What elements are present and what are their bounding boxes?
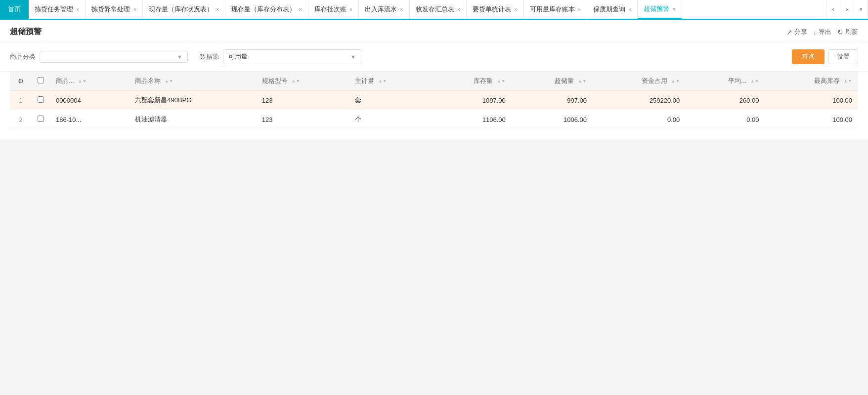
tab-4[interactable]: 现存量（库存分布表） × bbox=[225, 0, 308, 19]
nav-home[interactable]: 首页 bbox=[0, 0, 29, 19]
th-checkbox bbox=[32, 72, 50, 91]
table-row: 2 186-10... 机油滤清器 123 个 1106.00 1006.00 … bbox=[10, 110, 858, 129]
row-avg: 260.00 bbox=[686, 91, 765, 110]
nav-arrows: ‹ › × bbox=[826, 0, 868, 19]
select-all-checkbox[interactable] bbox=[38, 77, 44, 83]
sort-icon-capital: ▲▼ bbox=[671, 79, 680, 83]
row-name: 机油滤清器 bbox=[129, 110, 256, 129]
filter-category: 商品分类 ▼ bbox=[10, 51, 188, 63]
row-num: 2 bbox=[10, 110, 32, 129]
table-row: 1 0000004 六配套新昌490BPG 123 套 1097.00 997.… bbox=[10, 91, 858, 110]
row-checkbox-1[interactable] bbox=[38, 116, 44, 122]
tab-5[interactable]: 库存批次账 × bbox=[308, 0, 359, 19]
tab-7-close[interactable]: × bbox=[457, 6, 460, 12]
data-table: ⚙ 商品... ▲▼ 商品名称 ▲▼ 规格型号 ▲▼ bbox=[10, 72, 858, 129]
sort-icon-max: ▲▼ bbox=[843, 79, 852, 83]
sort-icon-avg: ▲▼ bbox=[750, 79, 759, 83]
tab-8[interactable]: 要货单统计表 × bbox=[467, 0, 523, 19]
row-avg: 0.00 bbox=[686, 110, 765, 129]
th-code[interactable]: 商品... ▲▼ bbox=[50, 72, 129, 91]
settings-button[interactable]: 设置 bbox=[828, 49, 858, 64]
row-overflow: 997.00 bbox=[512, 91, 593, 110]
page-container: 超储预警 ↗ 分享 ↓ 导出 ↻ 刷新 商品分类 ▼ 数据源 bbox=[0, 20, 868, 139]
sort-icon-unit: ▲▼ bbox=[378, 79, 387, 83]
row-overflow: 1006.00 bbox=[512, 110, 593, 129]
refresh-button[interactable]: ↻ 刷新 bbox=[837, 28, 858, 37]
page-title: 超储预警 bbox=[10, 27, 42, 37]
row-spec: 123 bbox=[256, 110, 349, 129]
row-unit: 套 bbox=[349, 91, 430, 110]
row-capital: 0.00 bbox=[593, 110, 686, 129]
share-icon: ↗ bbox=[786, 28, 792, 36]
th-spec[interactable]: 规格型号 ▲▼ bbox=[256, 72, 349, 91]
nav-arrow-left[interactable]: ‹ bbox=[826, 0, 840, 19]
row-code: 186-10... bbox=[50, 110, 129, 129]
settings-icon[interactable]: ⚙ bbox=[18, 77, 24, 85]
row-stock: 1106.00 bbox=[430, 110, 511, 129]
tab-10[interactable]: 保质期查询 × bbox=[587, 0, 638, 19]
row-max: 100.00 bbox=[765, 110, 858, 129]
tab-10-close[interactable]: × bbox=[628, 6, 631, 12]
tab-4-close[interactable]: × bbox=[299, 6, 302, 12]
tab-8-close[interactable]: × bbox=[514, 6, 517, 12]
tab-2[interactable]: 拣货异常处理 × bbox=[86, 0, 142, 19]
sort-icon-code: ▲▼ bbox=[78, 79, 87, 83]
th-settings: ⚙ bbox=[10, 72, 32, 91]
sort-icon-stock: ▲▼ bbox=[497, 79, 506, 83]
sort-icon-spec: ▲▼ bbox=[291, 79, 300, 83]
tab-11-close[interactable]: × bbox=[672, 6, 675, 12]
filter-area: 商品分类 ▼ 数据源 可用量 ▼ 查询 设置 bbox=[0, 42, 868, 72]
row-checkbox-0[interactable] bbox=[38, 96, 44, 103]
row-capital: 259220.00 bbox=[593, 91, 686, 110]
row-name: 六配套新昌490BPG bbox=[129, 91, 256, 110]
page-header: 超储预警 ↗ 分享 ↓ 导出 ↻ 刷新 bbox=[0, 20, 868, 42]
tab-9[interactable]: 可用量库存账本 × bbox=[524, 0, 587, 19]
datasource-select-value: 可用量 bbox=[228, 52, 248, 61]
refresh-icon: ↻ bbox=[837, 28, 843, 36]
tab-5-close[interactable]: × bbox=[349, 6, 352, 12]
tab-6-close[interactable]: × bbox=[400, 6, 403, 12]
top-navigation: 首页 拣货任务管理 × 拣货异常处理 × 现存量（库存状况表） × 现存量（库存… bbox=[0, 0, 868, 20]
th-overflow[interactable]: 超储量 ▲▼ bbox=[512, 72, 593, 91]
tab-1[interactable]: 拣货任务管理 × bbox=[29, 0, 86, 19]
table-header-row: ⚙ 商品... ▲▼ 商品名称 ▲▼ 规格型号 ▲▼ bbox=[10, 72, 858, 91]
row-checkbox-cell bbox=[32, 110, 50, 129]
export-icon: ↓ bbox=[813, 28, 817, 36]
th-unit[interactable]: 主计量 ▲▼ bbox=[349, 72, 430, 91]
tab-1-close[interactable]: × bbox=[76, 6, 79, 12]
tab-3-close[interactable]: × bbox=[216, 6, 219, 12]
query-button[interactable]: 查询 bbox=[792, 49, 825, 64]
th-capital[interactable]: 资金占用 ▲▼ bbox=[593, 72, 686, 91]
row-spec: 123 bbox=[256, 91, 349, 110]
row-stock: 1097.00 bbox=[430, 91, 511, 110]
datasource-select[interactable]: 可用量 ▼ bbox=[223, 49, 361, 64]
datasource-label: 数据源 bbox=[200, 52, 219, 61]
tab-3[interactable]: 现存量（库存状况表） × bbox=[143, 0, 225, 19]
th-avg[interactable]: 平均... ▲▼ bbox=[686, 72, 765, 91]
row-num: 1 bbox=[10, 91, 32, 110]
tab-2-close[interactable]: × bbox=[133, 6, 136, 12]
filter-buttons: 查询 设置 bbox=[792, 49, 858, 64]
header-actions: ↗ 分享 ↓ 导出 ↻ 刷新 bbox=[786, 28, 858, 37]
chevron-down-icon-2: ▼ bbox=[350, 54, 356, 60]
filter-datasource: 数据源 可用量 ▼ bbox=[200, 49, 361, 64]
share-button[interactable]: ↗ 分享 bbox=[786, 28, 807, 37]
tab-9-close[interactable]: × bbox=[578, 6, 581, 12]
tab-11[interactable]: 超储预警 × bbox=[638, 0, 682, 19]
table-container: ⚙ 商品... ▲▼ 商品名称 ▲▼ 规格型号 ▲▼ bbox=[0, 72, 868, 139]
th-max[interactable]: 最高库存 ▲▼ bbox=[765, 72, 858, 91]
th-stock[interactable]: 库存量 ▲▼ bbox=[430, 72, 511, 91]
row-code: 0000004 bbox=[50, 91, 129, 110]
row-checkbox-cell bbox=[32, 91, 50, 110]
row-max: 100.00 bbox=[765, 91, 858, 110]
sort-icon-name: ▲▼ bbox=[165, 79, 174, 83]
row-unit: 个 bbox=[349, 110, 430, 129]
tab-7[interactable]: 收发存汇总表 × bbox=[410, 0, 467, 19]
category-label: 商品分类 bbox=[10, 52, 36, 61]
th-name[interactable]: 商品名称 ▲▼ bbox=[129, 72, 256, 91]
category-select[interactable]: ▼ bbox=[40, 51, 188, 63]
export-button[interactable]: ↓ 导出 bbox=[813, 28, 831, 37]
nav-arrow-right[interactable]: › bbox=[840, 0, 854, 19]
tab-6[interactable]: 出入库流水 × bbox=[359, 0, 409, 19]
nav-arrow-close[interactable]: × bbox=[854, 0, 868, 19]
